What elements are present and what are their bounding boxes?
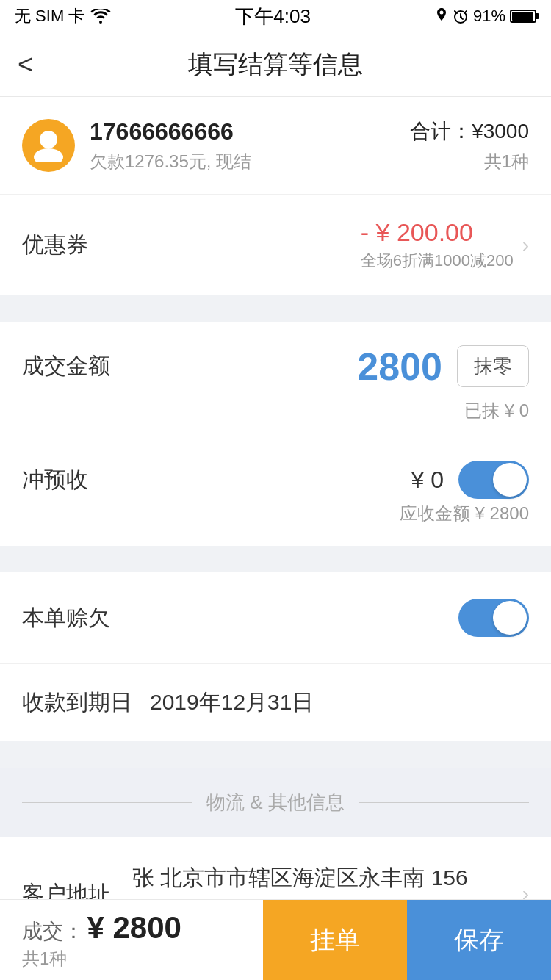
toggle-knob bbox=[493, 463, 527, 497]
wifi-icon bbox=[90, 9, 111, 24]
logistics-text: 物流 & 其他信息 bbox=[192, 790, 359, 815]
credit-label: 本单赊欠 bbox=[22, 603, 110, 633]
location-icon bbox=[435, 8, 448, 24]
bottom-summary: 成交： ¥ 2800 共1种 bbox=[0, 910, 263, 970]
logistics-divider: 物流 & 其他信息 bbox=[0, 768, 551, 837]
deal-label: 成交金额 bbox=[22, 351, 110, 381]
deal-sub: 已抹 ¥ 0 bbox=[0, 399, 551, 440]
prepay-right: ¥ 0 bbox=[411, 461, 529, 499]
status-left: 无 SIM 卡 bbox=[15, 5, 111, 27]
coupon-right: - ¥ 200.00 全场6折满1000减200 › bbox=[361, 218, 529, 272]
avatar-icon bbox=[34, 129, 63, 162]
deal-amount: 2800 bbox=[357, 347, 442, 386]
bottom-buttons: 挂单 保存 bbox=[263, 900, 551, 980]
coupon-desc: 全场6折满1000减200 bbox=[361, 250, 514, 272]
section-divider-2 bbox=[0, 558, 551, 572]
credit-card: 本单赊欠 收款到期日 2019年12月31日 bbox=[0, 572, 551, 741]
prepay-toggle[interactable] bbox=[458, 461, 529, 499]
prepay-row: 冲预收 ¥ 0 bbox=[0, 440, 551, 499]
user-total: 合计：¥3000 共1种 bbox=[410, 118, 529, 173]
logistics-line-left bbox=[22, 802, 192, 803]
total-count: 共1种 bbox=[410, 150, 529, 173]
save-button[interactable]: 保存 bbox=[407, 900, 551, 980]
svg-point-1 bbox=[40, 131, 57, 148]
prepay-label: 冲预收 bbox=[22, 465, 88, 495]
round-button[interactable]: 抹零 bbox=[457, 345, 529, 387]
due-date: 2019年12月31日 bbox=[150, 688, 314, 718]
page-title: 填写结算等信息 bbox=[188, 48, 363, 82]
prepay-amount: ¥ 0 bbox=[411, 466, 444, 494]
user-phone: 17666666666 bbox=[90, 118, 410, 145]
coupon-amount: - ¥ 200.00 bbox=[361, 218, 514, 247]
bottom-amount: ¥ 2800 bbox=[87, 910, 181, 945]
nav-bar: < 填写结算等信息 bbox=[0, 32, 551, 97]
section-divider-1 bbox=[0, 307, 551, 322]
coupon-arrow-icon: › bbox=[522, 234, 529, 257]
credit-toggle-knob bbox=[493, 601, 527, 635]
user-debt: 欠款1276.35元, 现结 bbox=[90, 150, 410, 173]
coupon-row[interactable]: 优惠券 - ¥ 200.00 全场6折满1000减200 › bbox=[0, 195, 551, 295]
battery-percent: 91% bbox=[473, 7, 505, 26]
coupon-info: - ¥ 200.00 全场6折满1000减200 bbox=[361, 218, 514, 272]
coupon-label: 优惠券 bbox=[22, 230, 88, 260]
carrier-text: 无 SIM 卡 bbox=[15, 5, 84, 27]
avatar bbox=[22, 119, 75, 172]
section-divider-3 bbox=[0, 753, 551, 768]
due-label: 收款到期日 bbox=[22, 688, 132, 718]
back-button[interactable]: < bbox=[18, 49, 33, 80]
main-content: 17666666666 欠款1276.35元, 现结 合计：¥3000 共1种 … bbox=[0, 97, 551, 980]
deal-row: 成交金额 2800 抹零 bbox=[0, 322, 551, 399]
user-info-card: 17666666666 欠款1276.35元, 现结 合计：¥3000 共1种 … bbox=[0, 97, 551, 295]
prepay-amount-block: ¥ 0 bbox=[411, 466, 444, 494]
deal-amount-card: 成交金额 2800 抹零 已抹 ¥ 0 冲预收 ¥ 0 应收金额 ¥ 2800 bbox=[0, 322, 551, 546]
status-time: 下午4:03 bbox=[235, 4, 311, 29]
battery-icon bbox=[510, 10, 536, 23]
status-right: 91% bbox=[435, 7, 536, 26]
prepay-sub: 应收金额 ¥ 2800 bbox=[0, 499, 551, 546]
logistics-line-right bbox=[359, 802, 529, 803]
credit-toggle[interactable] bbox=[458, 599, 529, 637]
bottom-bar: 成交： ¥ 2800 共1种 挂单 保存 bbox=[0, 899, 551, 980]
bottom-deal-label: 成交： bbox=[22, 920, 84, 943]
status-bar: 无 SIM 卡 下午4:03 91% bbox=[0, 0, 551, 32]
total-amount: 合计：¥3000 bbox=[410, 118, 529, 145]
alarm-icon bbox=[453, 8, 469, 24]
deal-right: 2800 抹零 bbox=[357, 345, 529, 387]
bottom-deal-line: 成交： ¥ 2800 bbox=[22, 910, 241, 945]
due-date-row: 收款到期日 2019年12月31日 bbox=[0, 663, 551, 741]
credit-row: 本单赊欠 bbox=[0, 572, 551, 663]
hang-button[interactable]: 挂单 bbox=[263, 900, 407, 980]
bottom-count: 共1种 bbox=[22, 947, 241, 970]
svg-point-2 bbox=[34, 148, 63, 162]
user-row: 17666666666 欠款1276.35元, 现结 合计：¥3000 共1种 bbox=[0, 97, 551, 195]
user-info: 17666666666 欠款1276.35元, 现结 bbox=[90, 118, 410, 173]
